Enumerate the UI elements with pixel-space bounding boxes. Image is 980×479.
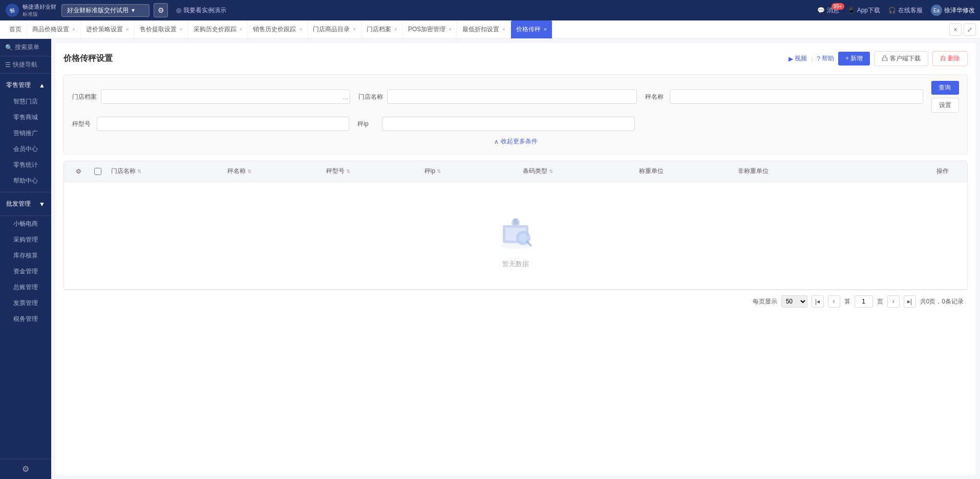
sidebar-item-inventory[interactable]: 库存核算 — [0, 248, 51, 264]
scale-ip-input[interactable] — [382, 117, 634, 131]
tab-sale-history-close[interactable]: × — [299, 27, 302, 32]
tab-expand-button[interactable]: ⤢ — [964, 24, 976, 36]
prev-page-icon: ‹ — [833, 298, 835, 305]
tab-store-catalog-close[interactable]: × — [353, 27, 356, 32]
tab-min-discount-close[interactable]: × — [502, 27, 505, 32]
add-button[interactable]: + 新增 — [838, 52, 870, 66]
sidebar-item-purchase[interactable]: 采购管理 — [0, 232, 51, 248]
tab-purchase-strategy-close[interactable]: × — [126, 27, 129, 32]
tab-store-archive[interactable]: 门店档案 × — [361, 20, 403, 39]
last-page-button[interactable]: ▸| — [904, 295, 916, 308]
sort-store-name-icon[interactable]: ⇅ — [137, 168, 141, 174]
tab-store-catalog[interactable]: 门店商品目录 × — [308, 20, 361, 39]
sort-barcode-type-icon[interactable]: ⇅ — [549, 168, 553, 174]
page-header: 价格传秤设置 ▶ 视频 | ? 帮助 + 新增 凸 客户端下载 — [63, 51, 968, 66]
filter-scale-model: 秤型号 — [72, 117, 349, 131]
online-service-button[interactable]: 🎧 在线客服 — [888, 6, 923, 15]
tab-sale-extract-close[interactable]: × — [180, 27, 183, 32]
user-menu[interactable]: Ea 徐泽华修改 — [931, 5, 975, 16]
tab-purchase-history[interactable]: 采购历史价跟踪 × — [188, 20, 248, 39]
page-number-input[interactable] — [855, 295, 873, 308]
message-badge: 99+ — [832, 3, 844, 10]
version-select[interactable]: 好业财标准版交付试用 ▾ — [61, 4, 150, 17]
tab-price-scale-close[interactable]: × — [544, 27, 547, 32]
set-button-label: 设置 — [939, 101, 951, 110]
sidebar-search[interactable]: 🔍 搜索菜单 — [0, 39, 51, 56]
sidebar-item-finance-label: 资金管理 — [13, 268, 38, 275]
tab-store-archive-close[interactable]: × — [394, 27, 397, 32]
select-all-checkbox[interactable] — [94, 168, 101, 175]
sidebar-item-member-center[interactable]: 会员中心 — [0, 141, 51, 157]
store-archive-dots-button[interactable]: ... — [343, 93, 349, 101]
video-link[interactable]: ▶ 视频 — [789, 54, 807, 63]
tab-price-settings[interactable]: 商品价格设置 × — [27, 20, 81, 39]
message-button[interactable]: 💬 消息 99+ — [817, 6, 839, 15]
sidebar-item-general-ledger[interactable]: 总账管理 — [0, 279, 51, 295]
query-button[interactable]: 查询 — [931, 81, 959, 95]
download-client-button-label: 凸 客户端下载 — [882, 54, 920, 63]
settings-button[interactable]: ⚙ — [154, 3, 168, 17]
sidebar-item-retail-mall[interactable]: 零售商城 — [0, 110, 51, 125]
header-center: 好业财标准版交付试用 ▾ ⚙ ◎ 我要看实例演示 — [56, 3, 817, 17]
set-button[interactable]: 设置 — [931, 98, 959, 113]
scale-model-input[interactable] — [97, 117, 349, 131]
tab-pos-management[interactable]: POS加密管理 × — [403, 20, 457, 39]
sidebar-item-ecommerce[interactable]: 小畅电商 — [0, 216, 51, 232]
tab-sale-extract[interactable]: 售价提取设置 × — [135, 20, 188, 39]
th-store-name-label: 门店名称 — [111, 167, 136, 176]
demo-link[interactable]: ◎ 我要看实例演示 — [176, 6, 226, 15]
store-archive-input[interactable] — [101, 90, 350, 104]
sidebar-item-retail-stats[interactable]: 零售统计 — [0, 157, 51, 173]
download-client-button[interactable]: 凸 客户端下载 — [874, 51, 928, 66]
collapse-button[interactable]: ∧ 收起更多条件 — [72, 135, 959, 148]
sidebar-item-help-center[interactable]: 帮助中心 — [0, 173, 51, 189]
tab-price-scale[interactable]: 价格传秤 × — [511, 20, 552, 39]
tab-sale-history[interactable]: 销售历史价跟踪 × — [248, 20, 308, 39]
first-page-button[interactable]: |◂ — [812, 295, 824, 308]
help-icon: ? — [817, 55, 820, 62]
tab-bar: 首页 商品价格设置 × 进价策略设置 × 售价提取设置 × 采购历史价跟踪 × … — [0, 20, 980, 39]
sidebar-item-marketing[interactable]: 营销推广 — [0, 125, 51, 141]
eye-icon: ◎ — [176, 7, 181, 14]
delete-button[interactable]: 自 删除 — [932, 51, 968, 66]
sidebar-shortcut[interactable]: ☰ 快捷导航 — [0, 56, 51, 74]
sidebar-settings-button[interactable]: ⚙ — [22, 464, 29, 474]
tab-home[interactable]: 首页 — [4, 20, 27, 39]
tab-purchase-strategy[interactable]: 进价策略设置 × — [81, 20, 135, 39]
mobile-icon: 📱 — [847, 7, 855, 14]
th-nonweight-unit: 非称重单位 — [734, 167, 922, 176]
store-name-input[interactable] — [387, 90, 636, 104]
scale-name-input[interactable] — [670, 90, 923, 104]
empty-illustration — [495, 212, 536, 253]
sidebar-item-smart-store[interactable]: 智慧门店 — [0, 94, 51, 110]
tab-purchase-history-close[interactable]: × — [240, 27, 243, 32]
th-settings[interactable]: ⚙ — [68, 168, 89, 175]
th-nonweight-unit-label: 非称重单位 — [738, 167, 769, 176]
sort-scale-model-icon[interactable]: ⇅ — [346, 168, 350, 174]
sort-scale-name-icon[interactable]: ⇅ — [247, 168, 251, 174]
sidebar-section-wholesale-header[interactable]: 批发管理 ▼ — [0, 195, 51, 212]
sort-scale-ip-icon[interactable]: ⇅ — [437, 168, 441, 174]
sidebar-item-finance[interactable]: 资金管理 — [0, 264, 51, 279]
sidebar-item-invoice-label: 发票管理 — [13, 299, 38, 307]
sidebar-item-tax[interactable]: 税务管理 — [0, 311, 51, 327]
prev-page-button[interactable]: ‹ — [828, 295, 840, 308]
th-barcode-type-label: 条码类型 — [523, 167, 547, 176]
th-weight-unit: 称重单位 — [635, 167, 733, 176]
tab-price-scale-label: 价格传秤 — [516, 25, 541, 34]
next-page-button[interactable]: › — [887, 295, 900, 308]
tab-pos-management-close[interactable]: × — [449, 27, 452, 32]
page-size-select[interactable]: 20 50 100 — [781, 295, 807, 308]
app-download-button[interactable]: 📱 App下载 — [847, 6, 880, 15]
sidebar-item-invoice[interactable]: 发票管理 — [0, 295, 51, 311]
sidebar-section-wholesale: 批发管理 ▼ — [0, 192, 51, 216]
scale-model-label: 秤型号 — [72, 120, 93, 128]
help-link[interactable]: ? 帮助 — [817, 54, 834, 63]
tab-min-discount[interactable]: 最低折扣设置 × — [457, 20, 511, 39]
tab-price-settings-close[interactable]: × — [72, 27, 75, 32]
page-suffix: 页 — [877, 297, 883, 306]
tab-close-all-button[interactable]: × — [949, 24, 962, 36]
sidebar-section-retail-header[interactable]: 零售管理 ▲ — [0, 77, 51, 94]
video-icon: ▶ — [789, 55, 793, 62]
per-page-label: 每页显示 — [753, 297, 777, 306]
